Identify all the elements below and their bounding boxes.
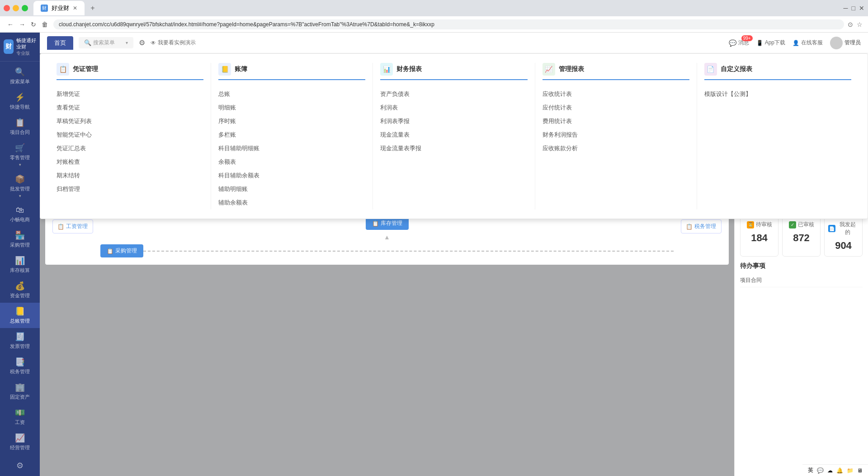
menu-item-general-ledger[interactable]: 总账 [218, 87, 365, 101]
sidebar-item-inventory[interactable]: 📊 库存核算 [0, 252, 40, 277]
header-settings-icon[interactable]: ⚙ [139, 38, 145, 47]
home-tab[interactable]: 首页 [47, 36, 73, 50]
demo-btn[interactable]: 👁 我要看实例演示 [151, 39, 196, 47]
menu-item-income-quarterly[interactable]: 利润表季报 [380, 114, 527, 128]
sidebar-item-label: 库存核算 [10, 267, 30, 274]
menu-item-aux-balance[interactable]: 辅助余额表 [218, 196, 365, 209]
menu-item-aux-detail[interactable]: 辅助明细账 [218, 182, 365, 196]
delete-btn[interactable]: 🗑 [40, 20, 50, 29]
sidebar-item-operation[interactable]: 📈 经营管理 [0, 429, 40, 455]
menu-search[interactable]: 🔍 搜索菜单 ▾ [79, 37, 133, 48]
user-area[interactable]: 管理员 [830, 37, 861, 49]
menu-item-add-voucher[interactable]: 新增凭证 [57, 87, 203, 101]
sidebar-item-quicknav[interactable]: ⚡ 快捷导航 [0, 89, 40, 114]
sidebar-item-ecommerce[interactable]: 🛍 小畅电商 [0, 202, 40, 227]
sidebar-item-invoice[interactable]: 🧾 发票管理 [0, 328, 40, 353]
search-icon: 🔍 [15, 67, 25, 77]
tab-close-btn[interactable]: ✕ [73, 5, 77, 11]
menu-item-smart-voucher[interactable]: 智能凭证中心 [57, 128, 203, 142]
fc-node-purchase[interactable]: 📋 采购管理 [100, 244, 143, 257]
forward-btn[interactable]: → [17, 20, 27, 29]
address-input[interactable] [53, 19, 844, 29]
sidebar-item-label: 批发管理 [10, 186, 30, 192]
project-icon: 📋 [15, 118, 25, 128]
username: 管理员 [844, 39, 861, 47]
message-btn[interactable]: 💬 消息 99+ [729, 39, 749, 47]
notification-icon[interactable]: 🔔 [836, 467, 843, 474]
menu-item-balance-sheet[interactable]: 资产负债表 [380, 87, 527, 101]
minimize-btn[interactable]: ─ [844, 5, 848, 12]
tab-favicon: 财 [41, 5, 48, 12]
approval-card-approved[interactable]: ✓ 已审核 872 [782, 216, 821, 257]
main-content: 首页 🔍 搜索菜单 ▾ ⚙ 👁 我要看实例演示 💬 消息 99+ 📱 App [40, 33, 868, 476]
win-max-btn[interactable] [22, 5, 28, 11]
online-service-btn[interactable]: 👤 在线客服 [793, 39, 823, 47]
menu-item-subject-detail[interactable]: 科目辅助明细账 [218, 142, 365, 155]
initiated-count: 904 [828, 240, 859, 252]
menu-item-view-voucher[interactable]: 查看凭证 [57, 101, 203, 114]
approval-card-pending[interactable]: ⏳ 待审核 184 [740, 216, 778, 257]
lang-btn[interactable]: 英 [808, 466, 813, 474]
sidebar-item-tax[interactable]: 📑 税务管理 [0, 353, 40, 379]
app-download-btn[interactable]: 📱 App下载 [756, 39, 785, 47]
pending-label: 待审核 [756, 221, 772, 228]
approval-card-initiated[interactable]: 📄 我发起的 904 [824, 216, 863, 257]
addr-icons: ⊙ ☆ [848, 21, 863, 28]
sidebar-item-account[interactable]: 📒 总账管理 [0, 303, 40, 328]
logo-icon: 财 [4, 39, 14, 54]
menu-item-cashflow-quarterly[interactable]: 现金流量表季报 [380, 142, 527, 155]
menu-item-template-design[interactable]: 模版设计【公测】 [704, 87, 851, 101]
menu-section-title-ledger: 📒 账簿 [218, 63, 365, 80]
sidebar-item-project[interactable]: 📋 项目合同 [0, 114, 40, 139]
menu-item-ar-stats[interactable]: 应收统计表 [542, 87, 689, 101]
active-tab[interactable]: 财 好业财 ✕ [33, 1, 85, 15]
menu-item-draft-voucher[interactable]: 草稿凭证列表 [57, 114, 203, 128]
menu-item-archive[interactable]: 归档管理 [57, 182, 203, 196]
win-close-btn[interactable] [4, 5, 10, 11]
settings-btn[interactable]: ⚙ [14, 459, 25, 472]
menu-item-chrono-ledger[interactable]: 序时账 [218, 114, 365, 128]
todo-label-project: 项目合同 [740, 276, 762, 284]
menu-item-expense-stats[interactable]: 费用统计表 [542, 114, 689, 128]
menu-section-title-fin-report: 📊 财务报表 [380, 63, 527, 80]
salary-icon: 💵 [15, 408, 25, 418]
menu-item-fin-profit-report[interactable]: 财务利润报告 [542, 128, 689, 142]
fc-icon: 📋 [686, 224, 693, 230]
folder-icon[interactable]: 📁 [847, 467, 854, 474]
sidebar-item-label: 发票管理 [10, 343, 30, 350]
fc-node-salary[interactable]: 📋 工资管理 [52, 219, 93, 233]
menu-item-ar-analysis[interactable]: 应收账款分析 [542, 142, 689, 155]
sidebar-item-wholesale[interactable]: 📦 批发管理 ▾ [0, 171, 40, 202]
menu-item-balance-table[interactable]: 余额表 [218, 155, 365, 169]
menu-item-income-stmt[interactable]: 利润表 [380, 101, 527, 114]
sidebar-item-fixed[interactable]: 🏢 固定资产 [0, 379, 40, 404]
menu-item-multi-ledger[interactable]: 多栏账 [218, 128, 365, 142]
menu-item-subject-balance[interactable]: 科目辅助余额表 [218, 169, 365, 182]
bookmark-icon[interactable]: ☆ [857, 21, 863, 28]
sidebar-item-purchase[interactable]: 🏪 采购管理 [0, 227, 40, 252]
sidebar-item-finance[interactable]: 💰 资金管理 [0, 277, 40, 303]
sidebar-item-search[interactable]: 🔍 搜索菜单 [0, 63, 40, 89]
sidebar-item-salary[interactable]: 💵 工资 [0, 404, 40, 429]
menu-item-ap-stats[interactable]: 应付统计表 [542, 101, 689, 114]
new-tab-btn[interactable]: + [86, 2, 99, 14]
sidebar-item-retail[interactable]: 🛒 零售管理 ▾ [0, 139, 40, 171]
cloud-icon[interactable]: ☁ [827, 467, 833, 474]
close-btn[interactable]: ✕ [859, 5, 864, 12]
menu-item-detail-ledger[interactable]: 明细账 [218, 101, 365, 114]
fc-node-tax-mgmt[interactable]: 📋 税务管理 [681, 219, 722, 233]
menu-item-cashflow[interactable]: 现金流量表 [380, 128, 527, 142]
approval-cards: ⏳ 待审核 184 ✓ 已审核 872 [740, 216, 863, 257]
win-min-btn[interactable] [13, 5, 19, 11]
custom-report-title: 自定义报表 [721, 65, 752, 73]
back-btn[interactable]: ← [5, 20, 15, 29]
sidebar: 财 畅捷通好业财 专业版 🔍 搜索菜单 ⚡ 快捷导航 📋 项目合同 🛒 零售管理 [0, 33, 40, 476]
restore-btn[interactable]: □ [852, 5, 855, 12]
monitor-icon[interactable]: 🖥 [857, 467, 863, 474]
menu-item-period-end[interactable]: 期末结转 [57, 169, 203, 182]
menu-item-voucher-summary[interactable]: 凭证汇总表 [57, 142, 203, 155]
reload-btn[interactable]: ↻ [29, 20, 38, 29]
menu-item-reconcile[interactable]: 对账检查 [57, 155, 203, 169]
sidebar-item-label: 项目合同 [10, 129, 30, 136]
chat-icon[interactable]: 💬 [817, 467, 824, 474]
